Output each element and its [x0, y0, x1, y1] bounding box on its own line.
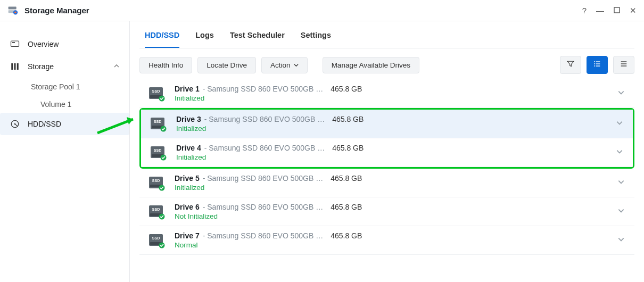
tab-scheduler[interactable]: Test Scheduler [230, 31, 285, 48]
svg-text:SSD: SSD [154, 120, 161, 123]
drive-row[interactable]: SSD Drive 1 - Samsung SSD 860 EVO 500GB … [139, 79, 634, 108]
list-icon [593, 60, 601, 70]
app-title: Storage Manager [24, 6, 89, 15]
manage-drives-button[interactable]: Manage Available Drives [323, 57, 419, 73]
svg-rect-5 [11, 41, 19, 47]
drive-model: - Samsung SSD 860 EVO 500GB … [203, 85, 323, 93]
chevron-down-icon[interactable] [617, 89, 625, 98]
tab-label: Logs [195, 31, 214, 39]
drive-size: 465.8 GB [332, 115, 364, 123]
chevron-up-icon [113, 62, 120, 71]
drive-size: 465.8 GB [331, 203, 362, 211]
compact-view-button[interactable] [613, 56, 634, 74]
drive-status: Normal [175, 241, 617, 249]
svg-point-17 [594, 65, 595, 67]
button-label: Locate Drive [207, 61, 247, 69]
svg-text:SSD: SSD [152, 179, 160, 183]
sidebar-item-label: Storage Pool 1 [31, 82, 80, 91]
svg-rect-14 [596, 61, 600, 62]
drive-name: Drive 3 [176, 115, 201, 123]
ssd-icon: SSD [148, 175, 166, 191]
overview-icon [10, 39, 20, 49]
drive-status: Initialized [175, 94, 617, 102]
health-info-button[interactable]: Health Info [139, 57, 192, 73]
svg-text:SSD: SSD [154, 148, 161, 152]
drive-name: Drive 6 [175, 203, 200, 211]
svg-rect-18 [596, 65, 600, 66]
help-icon[interactable]: ? [582, 6, 587, 14]
sidebar-item-hdd-ssd[interactable]: HDD/SSD [0, 113, 129, 135]
funnel-icon [566, 60, 575, 70]
sidebar-item-volume[interactable]: Volume 1 [0, 96, 129, 113]
drive-row[interactable]: SSD Drive 5 - Samsung SSD 860 EVO 500GB … [139, 169, 634, 197]
svg-rect-4 [614, 7, 620, 13]
sidebar-item-label: Volume 1 [40, 100, 71, 109]
sidebar-item-label: Overview [28, 40, 59, 48]
drive-row[interactable]: SSD Drive 4 - Samsung SSD 860 EVO 500GB … [141, 138, 633, 167]
drive-name: Drive 1 [175, 85, 200, 93]
filter-button[interactable] [560, 56, 581, 74]
drive-row[interactable]: SSD Drive 6 - Samsung SSD 860 EVO 500GB … [139, 197, 634, 226]
button-label: Health Info [148, 61, 183, 69]
tab-label: Test Scheduler [230, 31, 285, 39]
svg-text:SSD: SSD [152, 208, 160, 211]
svg-rect-20 [621, 63, 627, 64]
svg-rect-7 [11, 63, 13, 70]
drive-size: 465.8 GB [331, 85, 362, 93]
list-view-button[interactable] [587, 56, 608, 74]
drive-model: - Samsung SSD 860 EVO 500GB … [204, 144, 325, 152]
storage-icon [10, 61, 20, 72]
tab-settings[interactable]: Settings [301, 31, 331, 48]
svg-rect-21 [621, 65, 627, 66]
drive-status: Not Initialized [175, 212, 617, 220]
svg-text:SSD: SSD [152, 89, 160, 93]
drive-row[interactable]: SSD Drive 3 - Samsung SSD 860 EVO 500GB … [141, 110, 633, 138]
button-label: Manage Available Drives [332, 61, 410, 69]
drive-name: Drive 7 [175, 231, 200, 240]
action-dropdown-button[interactable]: Action [261, 57, 308, 73]
content: HDD/SSD Logs Test Scheduler Settings Hea… [130, 21, 644, 282]
highlight-annotation: SSD Drive 3 - Samsung SSD 860 EVO 500GB … [139, 108, 634, 169]
minimize-icon[interactable]: — [596, 6, 604, 14]
tab-hdd-ssd[interactable]: HDD/SSD [145, 31, 179, 48]
drive-status: Initialized [176, 125, 616, 132]
drive-status: Initialized [175, 184, 617, 192]
drive-model: - Samsung SSD 860 EVO 500GB … [203, 231, 323, 240]
sidebar-item-storage[interactable]: Storage [0, 55, 129, 78]
drive-model: - Samsung SSD 860 EVO 500GB … [204, 115, 325, 123]
hdd-icon [10, 119, 20, 129]
drive-list: SSD Drive 1 - Samsung SSD 860 EVO 500GB … [139, 79, 634, 255]
drive-row[interactable]: SSD Drive 7 - Samsung SSD 860 EVO 500GB … [139, 226, 634, 255]
svg-rect-0 [9, 6, 16, 9]
drive-name: Drive 4 [176, 144, 201, 152]
chevron-down-icon[interactable] [617, 207, 625, 217]
tab-logs[interactable]: Logs [195, 31, 214, 48]
caret-down-icon [294, 61, 299, 69]
svg-line-12 [15, 124, 18, 127]
maximize-icon[interactable] [614, 6, 620, 14]
sidebar-item-pool[interactable]: Storage Pool 1 [0, 78, 129, 96]
svg-point-15 [594, 63, 595, 64]
drive-model: - Samsung SSD 860 EVO 500GB … [203, 203, 323, 211]
ssd-icon: SSD [150, 116, 168, 132]
tab-label: Settings [301, 31, 331, 39]
ssd-icon: SSD [148, 86, 166, 102]
titlebar: Storage Manager ? — ✕ [0, 0, 644, 21]
drive-model: - Samsung SSD 860 EVO 500GB … [203, 174, 323, 183]
chevron-down-icon[interactable] [616, 119, 623, 129]
tab-bar: HDD/SSD Logs Test Scheduler Settings [139, 21, 634, 48]
ssd-icon: SSD [148, 204, 166, 220]
close-icon[interactable]: ✕ [630, 6, 637, 14]
chevron-down-icon[interactable] [617, 236, 625, 245]
locate-drive-button[interactable]: Locate Drive [197, 57, 256, 73]
toolbar: Health Info Locate Drive Action Manage A… [139, 48, 634, 79]
drive-name: Drive 5 [175, 174, 200, 183]
sidebar-item-label: Storage [28, 62, 54, 71]
drive-size: 465.8 GB [331, 231, 362, 240]
tab-label: HDD/SSD [145, 31, 179, 39]
chevron-down-icon[interactable] [616, 148, 623, 157]
menu-icon [620, 60, 628, 70]
chevron-down-icon[interactable] [617, 178, 625, 188]
ssd-icon: SSD [150, 145, 168, 161]
sidebar-item-overview[interactable]: Overview [0, 33, 129, 55]
